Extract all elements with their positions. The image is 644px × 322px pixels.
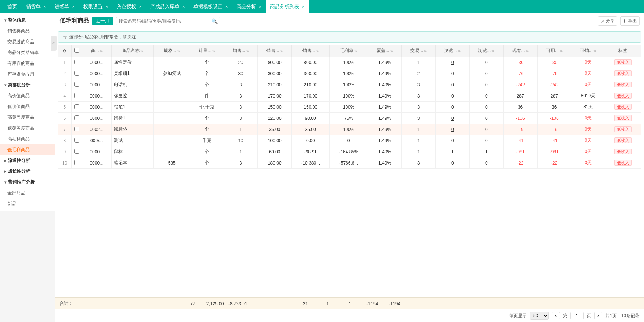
row-checkbox-cell[interactable]: [71, 57, 82, 68]
sidebar-item-low-margin[interactable]: 低毛利商品: [0, 144, 55, 155]
col-checkbox[interactable]: [71, 45, 82, 57]
sidebar-item-sales-products[interactable]: 销售类商品: [0, 26, 55, 36]
page-size-select[interactable]: 50 100 200: [530, 312, 549, 320]
sidebar-item-inventory-capital[interactable]: 库存资金占用: [0, 69, 55, 80]
nav-close-role[interactable]: ×: [139, 4, 141, 9]
row-checkbox[interactable]: [74, 138, 79, 143]
sidebar-item-new-products[interactable]: 新品: [0, 198, 55, 209]
row-views1[interactable]: 0: [436, 79, 470, 90]
nav-close-inbound[interactable]: ×: [182, 4, 185, 9]
row-views1[interactable]: 0: [436, 135, 470, 146]
views1-link[interactable]: 1: [451, 149, 454, 154]
views1-link[interactable]: 0: [451, 82, 454, 87]
nav-close-template[interactable]: ×: [225, 4, 228, 9]
nav-close-analysis-list[interactable]: ×: [302, 4, 304, 9]
row-checkbox-cell[interactable]: [71, 90, 82, 102]
views1-link[interactable]: 0: [451, 105, 454, 110]
search-box[interactable]: 🔍: [116, 17, 220, 25]
sidebar-group-overview[interactable]: ▾ 整体信息: [0, 15, 55, 26]
row-checkbox[interactable]: [74, 149, 79, 154]
col-views1[interactable]: 浏览...⇅: [436, 45, 470, 57]
col-views2[interactable]: 浏览...⇅: [470, 45, 503, 57]
col-spec[interactable]: 规格...⇅: [154, 45, 190, 57]
row-checkbox[interactable]: [74, 160, 79, 165]
row-checkbox-cell[interactable]: [71, 68, 82, 79]
row-checkbox-cell[interactable]: [71, 157, 82, 169]
row-views1[interactable]: 0: [436, 102, 470, 113]
col-gross-margin[interactable]: 毛利率⇅: [330, 45, 368, 57]
nav-close-sales[interactable]: ×: [44, 4, 46, 9]
row-checkbox-cell[interactable]: [71, 146, 82, 157]
sidebar-item-in-stock[interactable]: 有库存的商品: [0, 58, 55, 69]
row-views1[interactable]: 0: [436, 90, 470, 102]
sidebar-group-growth[interactable]: ▸ 成长性分析: [0, 166, 55, 177]
row-checkbox-cell[interactable]: [71, 102, 82, 113]
row-checkbox-cell[interactable]: [71, 79, 82, 90]
col-saleable[interactable]: 可销...⇅: [571, 45, 605, 57]
row-views1[interactable]: 0: [436, 157, 470, 169]
search-input[interactable]: [119, 19, 211, 24]
col-name[interactable]: 商品名称⇅: [111, 45, 153, 57]
share-button[interactable]: ↗ 分享: [598, 16, 617, 26]
sidebar-item-all-products[interactable]: 全部商品: [0, 188, 55, 198]
nav-product-analysis-list[interactable]: 商品分析列表 ×: [266, 0, 309, 13]
row-views1[interactable]: 0: [436, 57, 470, 68]
row-checkbox-cell[interactable]: [71, 113, 82, 124]
col-code[interactable]: 商...⇅: [82, 45, 111, 57]
views1-link[interactable]: 0: [451, 138, 454, 143]
row-views1[interactable]: 0: [436, 68, 470, 79]
sidebar-item-high-coverage[interactable]: 高覆盖度商品: [0, 112, 55, 123]
col-coverage[interactable]: 覆盖...⇅: [368, 45, 402, 57]
next-page-button[interactable]: ›: [594, 312, 602, 319]
nav-close-purchase[interactable]: ×: [72, 4, 74, 9]
row-views1[interactable]: 1: [436, 146, 470, 157]
filter-recent-month-button[interactable]: 近一月: [92, 17, 113, 25]
page-input[interactable]: [570, 312, 584, 319]
views1-link[interactable]: 0: [451, 160, 454, 166]
views1-link[interactable]: 0: [451, 127, 454, 132]
nav-product-analysis[interactable]: 商品分析 ×: [232, 0, 266, 13]
export-button[interactable]: ⬇ 导出: [620, 16, 640, 26]
col-available[interactable]: 可用...⇅: [537, 45, 571, 57]
nav-sales-order[interactable]: 销货单 ×: [22, 0, 50, 13]
row-checkbox[interactable]: [74, 71, 79, 76]
nav-role-auth[interactable]: 角色授权 ×: [112, 0, 146, 13]
col-sales-qty[interactable]: 销售...⇅: [224, 45, 258, 57]
nav-purchase-order[interactable]: 进货单 ×: [50, 0, 79, 13]
sidebar-collapse-button[interactable]: «: [51, 36, 57, 51]
nav-close-analysis[interactable]: ×: [259, 4, 261, 9]
views1-link[interactable]: 0: [451, 60, 454, 65]
prev-page-button[interactable]: ‹: [552, 312, 560, 319]
sidebar-item-low-coverage[interactable]: 低覆盖度商品: [0, 123, 55, 134]
row-checkbox-cell[interactable]: [71, 124, 82, 135]
search-icon[interactable]: 🔍: [211, 18, 218, 24]
views1-link[interactable]: 0: [451, 116, 454, 121]
row-checkbox[interactable]: [74, 127, 79, 131]
views1-link[interactable]: 0: [451, 93, 454, 99]
sidebar-group-circulation[interactable]: ▸ 流通性分析: [0, 155, 55, 166]
col-sales-price[interactable]: 销售...⇅: [258, 45, 292, 57]
sidebar-item-category-rate[interactable]: 商品分类助销率: [0, 47, 55, 58]
sidebar-item-high-margin[interactable]: 高毛利商品: [0, 134, 55, 144]
row-checkbox[interactable]: [74, 93, 79, 98]
select-all-checkbox[interactable]: [74, 48, 79, 53]
views1-link[interactable]: 0: [451, 71, 454, 76]
nav-template-settings[interactable]: 单据模板设置 ×: [189, 0, 232, 13]
row-checkbox[interactable]: [74, 104, 79, 109]
col-unit[interactable]: 计量...⇅: [190, 45, 224, 57]
col-transaction[interactable]: 交易...⇅: [402, 45, 436, 57]
row-views1[interactable]: 0: [436, 113, 470, 124]
sidebar-group-marketing[interactable]: ▾ 营销推广分析: [0, 177, 55, 188]
row-checkbox[interactable]: [74, 60, 79, 64]
row-views1[interactable]: 0: [436, 124, 470, 135]
row-checkbox[interactable]: [74, 115, 79, 120]
sidebar-item-traded-products[interactable]: 交易过的商品: [0, 36, 55, 47]
row-checkbox[interactable]: [74, 82, 79, 87]
sidebar-item-low-value[interactable]: 低价值商品: [0, 101, 55, 112]
sidebar-item-high-value[interactable]: 高价值商品: [0, 90, 55, 101]
sidebar-group-cluster[interactable]: ▾ 类群度分析: [0, 80, 55, 90]
col-current-stock[interactable]: 现有...⇅: [503, 45, 537, 57]
nav-product-inbound[interactable]: 产成品入库单 ×: [146, 0, 189, 13]
col-tag[interactable]: 标签: [605, 45, 641, 57]
nav-permissions[interactable]: 权限设置 ×: [79, 0, 112, 13]
